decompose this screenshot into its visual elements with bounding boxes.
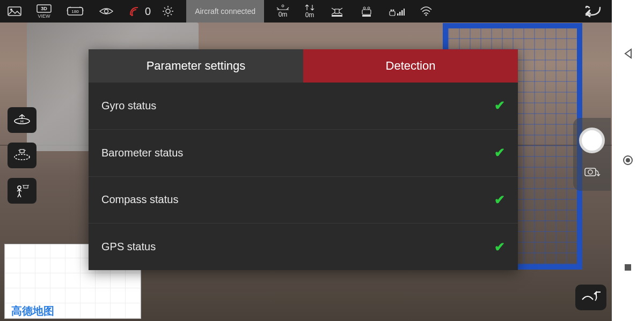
modal-tabs: Parameter settings Detection (89, 49, 518, 83)
shutter-button[interactable] (579, 128, 605, 153)
top-status-bar: 3D VIEW 180 0 Aircraft connected 0m 0m (0, 0, 612, 23)
map-provider-label: 高德地图 (11, 304, 54, 318)
svg-point-9 (282, 5, 284, 7)
svg-point-1 (10, 9, 12, 11)
svg-point-6 (105, 10, 108, 13)
circle-mode-button[interactable] (8, 143, 36, 168)
status-row-gps: GPS status ✔ (89, 223, 518, 270)
check-icon: ✔ (494, 192, 505, 207)
status-row-barometer: Barometer status ✔ (89, 129, 518, 176)
svg-rect-0 (8, 7, 21, 16)
status-row-gyro: Gyro status ✔ (89, 83, 518, 129)
detection-modal: Parameter settings Detection Gyro status… (89, 49, 518, 270)
status-row-compass: Compass status ✔ (89, 176, 518, 223)
svg-point-33 (626, 158, 630, 162)
view-label: VIEW (38, 13, 50, 19)
svg-rect-15 (362, 15, 371, 17)
rc-signal-icon (381, 0, 412, 23)
svg-point-14 (368, 7, 370, 9)
svg-rect-22 (404, 9, 405, 16)
svg-point-13 (363, 7, 365, 9)
check-icon: ✔ (494, 98, 505, 113)
svg-rect-27 (20, 150, 24, 153)
svg-rect-12 (362, 10, 371, 14)
battery-controller-icon (352, 0, 381, 23)
svg-text:3D: 3D (41, 6, 47, 11)
status-label: Gyro status (101, 100, 156, 112)
svg-point-8 (166, 9, 170, 13)
svg-point-17 (390, 10, 392, 11)
modal-body: Gyro status ✔ Barometer status ✔ Compass… (89, 83, 518, 270)
system-nav-bar (612, 0, 644, 321)
svg-rect-21 (401, 10, 403, 16)
check-icon: ✔ (494, 240, 505, 255)
settings-button[interactable] (151, 0, 182, 23)
altitude-indicator: 0m (297, 0, 322, 23)
svg-point-7 (131, 14, 133, 16)
back-button[interactable] (577, 0, 612, 23)
svg-rect-20 (399, 12, 401, 16)
gallery-button[interactable] (0, 0, 29, 23)
3d-view-button[interactable]: 3D VIEW (29, 0, 59, 23)
svg-text:H: H (20, 119, 24, 124)
svg-rect-10 (335, 9, 339, 13)
system-recents-button[interactable] (621, 261, 634, 274)
status-label: GPS status (101, 241, 156, 253)
eye-visibility-button[interactable] (91, 0, 121, 23)
svg-point-31 (588, 170, 592, 174)
svg-rect-19 (397, 13, 399, 16)
status-label: Compass status (101, 193, 178, 206)
svg-point-23 (425, 14, 427, 16)
orbit-mode-button[interactable]: H (8, 107, 36, 133)
switch-camera-button[interactable] (583, 165, 601, 181)
camera-tool-panel (573, 118, 611, 191)
status-label: Barometer status (101, 147, 183, 159)
svg-text:180: 180 (71, 9, 79, 14)
system-home-button[interactable] (621, 154, 634, 167)
vr-180-button[interactable]: 180 (59, 0, 91, 23)
check-icon: ✔ (494, 145, 505, 160)
svg-rect-30 (585, 168, 596, 176)
gesture-control-button[interactable] (575, 285, 606, 310)
svg-point-18 (392, 10, 394, 11)
svg-rect-16 (390, 11, 395, 16)
svg-rect-29 (24, 185, 28, 188)
svg-point-28 (18, 186, 21, 189)
battery-drone-icon (322, 0, 352, 23)
svg-rect-11 (332, 15, 342, 17)
wifi-signal-icon (412, 0, 440, 23)
system-back-button[interactable] (621, 47, 634, 60)
svg-rect-34 (625, 264, 631, 271)
connection-status: Aircraft connected (186, 0, 264, 23)
tab-detection[interactable]: Detection (303, 49, 518, 83)
distance-indicator: 0m (268, 0, 297, 23)
satellite-count: 0 (145, 5, 151, 18)
satellite-indicator (121, 0, 143, 23)
left-tool-panel: H (8, 107, 36, 204)
svg-point-26 (14, 154, 30, 160)
tab-parameter-settings[interactable]: Parameter settings (89, 49, 303, 83)
follow-me-button[interactable] (8, 178, 36, 204)
